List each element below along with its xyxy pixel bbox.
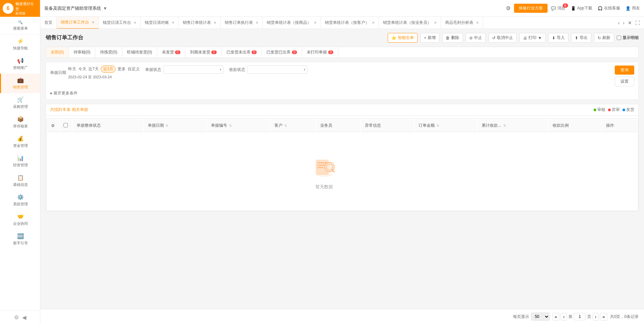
cancel-circle <box>608 109 611 111</box>
tab-home[interactable]: 首页 <box>40 17 57 29</box>
tab-sale-stats-customer[interactable]: 销货单统计表（按客户） ✕ <box>321 17 379 29</box>
collapse-icon[interactable]: ◀ <box>22 314 26 321</box>
th-date[interactable]: 单据日期 ⇅ <box>144 119 207 132</box>
tab-sale-stats-staff-close[interactable]: ✕ <box>434 21 437 25</box>
refresh-button[interactable]: ↻ 刷新 <box>594 33 614 43</box>
subtab-shipped-out[interactable]: 已发货已出库 0 <box>262 47 302 57</box>
tab-sale-stats-product-close[interactable]: ✕ <box>314 21 316 25</box>
solution-button[interactable]: 体验行业方案 <box>514 4 548 13</box>
next-page-btn[interactable]: › <box>593 313 599 321</box>
import-button[interactable]: ⬇ 导入 <box>548 33 568 43</box>
sidebar-item-system[interactable]: ⚙️ 系统管理 <box>0 191 40 210</box>
select-all-checkbox[interactable] <box>63 123 68 127</box>
sidebar-search[interactable]: 🔍 搜索菜单 <box>0 17 40 35</box>
online-service-item[interactable]: 🎧 在线客服 <box>598 5 620 11</box>
th-staff[interactable]: 业务员 <box>316 119 360 132</box>
tab-fullscreen-btn[interactable]: ⛶ <box>634 19 641 27</box>
ship-op-btn[interactable]: 发货 <box>622 107 634 113</box>
cancel-op-btn[interactable]: 弃审 <box>608 107 620 113</box>
date-1month[interactable]: 近1月 <box>101 66 116 73</box>
user-item[interactable]: 👤 用友 <box>626 5 640 11</box>
system-dropdown-icon[interactable]: ▼ <box>103 6 107 11</box>
tab-cash-reconcile-close[interactable]: ✕ <box>172 21 174 25</box>
th-amount[interactable]: 订单金额 ⇅ <box>415 119 477 132</box>
subtab-overdue-not-shipped[interactable]: 到期未发货 0 <box>185 47 222 57</box>
app-download-item[interactable]: 📱 App下载 <box>571 5 592 11</box>
th-settings[interactable]: ⚙ <box>47 119 59 132</box>
sidebar-item-quick-nav[interactable]: ⚡ 快捷导航 <box>0 35 40 54</box>
tab-prev-btn[interactable]: ‹ <box>617 19 621 27</box>
add-button[interactable]: + 新增 <box>420 33 439 43</box>
review-op-btn[interactable]: 审核 <box>594 107 605 113</box>
show-detail-label[interactable]: 显示明细 <box>617 35 639 41</box>
th-check[interactable] <box>59 119 72 132</box>
tab-daily-cash[interactable]: 钱货日清工作台 ✕ <box>99 17 141 29</box>
tab-sales-workbench[interactable]: 销售订单工作台 ✕ <box>57 17 99 29</box>
stop-button[interactable]: ⊘ 中止 <box>466 33 486 43</box>
cancel-stop-button[interactable]: ↺ 取消中止 <box>488 33 517 43</box>
tab-sale-stats-customer-close[interactable]: ✕ <box>372 21 375 25</box>
delete-button[interactable]: 🗑 删除 <box>442 33 463 43</box>
message-icon-item[interactable]: 💬 6 消息 <box>551 5 565 11</box>
topbar-gear-icon[interactable]: ⚙ <box>506 5 511 11</box>
settings-button[interactable]: 设置 <box>615 77 634 86</box>
subtab-shipped-not-out[interactable]: 已发货未出库 0 <box>222 47 262 57</box>
status-select[interactable] <box>163 66 224 74</box>
subtab-pending-pickup[interactable]: 待拣货(0) <box>95 47 122 57</box>
purchase-icon: 🛒 <box>17 96 24 103</box>
tab-next-btn[interactable]: › <box>621 19 626 27</box>
tab-cash-reconcile[interactable]: 钱货日清对账 ✕ <box>141 17 179 29</box>
subtab-all[interactable]: 全部(0) <box>46 47 69 57</box>
date-today[interactable]: 今天 <box>78 66 86 72</box>
tab-sales-stats-close[interactable]: ✕ <box>214 21 216 25</box>
sidebar-item-purchase[interactable]: 🛒 采购管理 <box>0 93 40 113</box>
date-custom[interactable]: 自定义 <box>128 66 140 72</box>
system-icon: ⚙️ <box>17 194 24 200</box>
tab-margin-analysis[interactable]: 商品毛利分析表 ✕ <box>441 17 483 29</box>
subtab-pending-review[interactable]: 待审核(0) <box>69 47 96 57</box>
query-button[interactable]: 查询 <box>615 66 634 75</box>
sidebar-item-operations[interactable]: 📊 经营管理 <box>0 152 40 171</box>
tab-sales-workbench-close[interactable]: ✕ <box>92 21 94 24</box>
first-page-btn[interactable]: « <box>552 313 559 321</box>
review-op-label: 审核 <box>597 107 605 113</box>
date-more[interactable]: 更多 <box>118 66 126 72</box>
tab-sales-exec-close[interactable]: ✕ <box>256 21 258 25</box>
export-button[interactable]: ⬆ 导出 <box>571 33 591 43</box>
tab-sales-exec[interactable]: 销售订单执行表 ✕ <box>221 17 263 29</box>
sidebar-item-guide[interactable]: 🆕 新手引导 <box>0 230 40 249</box>
th-customer[interactable]: 客户 ⇅ <box>270 119 315 132</box>
page-number-input[interactable] <box>574 313 586 320</box>
subtab-not-printed[interactable]: 未打印单据 0 <box>302 47 338 57</box>
sidebar-item-finance[interactable]: 💰 资金管理 <box>0 132 40 152</box>
print-button[interactable]: 🖨 打印 ▼ <box>519 33 546 43</box>
subtab-wangpu[interactable]: 旺铺待发货(0) <box>122 47 157 57</box>
date-7days[interactable]: 近7天 <box>88 66 99 72</box>
logo-text-container: 畅捷通好生意 标准版 <box>15 1 37 15</box>
payment-select[interactable] <box>247 66 308 74</box>
sidebar-item-basic[interactable]: 📋 基础信息 <box>0 171 40 191</box>
smart-generate-button[interactable]: ⭐ 智能生单 <box>388 33 418 43</box>
show-detail-checkbox[interactable] <box>617 36 621 40</box>
expand-conditions-btn[interactable]: ▾ 展开更多条件 <box>50 90 78 96</box>
sidebar-item-sales[interactable]: 💼 销售管理 <box>0 74 40 93</box>
sidebar-item-enterprise[interactable]: 🤝 企业协同 <box>0 210 40 230</box>
th-number[interactable]: 单据编号 ⇅ <box>207 119 270 132</box>
subtab-not-shipped[interactable]: 未发货 0 <box>157 47 185 57</box>
settings-icon[interactable]: ⚙ <box>14 314 19 321</box>
tab-sale-stats-product[interactable]: 销货单统计表（按商品） ✕ <box>263 17 321 29</box>
tab-margin-analysis-close[interactable]: ✕ <box>476 21 479 25</box>
prev-page-btn[interactable]: ‹ <box>561 313 567 321</box>
sidebar-item-marketing[interactable]: 📢 营销推广 <box>0 54 40 74</box>
tab-sales-stats[interactable]: 销售订单统计表 ✕ <box>179 17 221 29</box>
last-page-btn[interactable]: » <box>600 313 607 321</box>
date-yesterday[interactable]: 昨天 <box>68 66 76 72</box>
tab-close-all-btn[interactable]: ✕ <box>627 19 633 27</box>
th-collected[interactable]: 累计收款... ⇅ <box>478 119 548 132</box>
filter-date-item: 单据日期 昨天 今天 近7天 近1月 更多 自定义 2023-02-24 至 2… <box>50 66 140 80</box>
page-size-select[interactable]: 50 100 <box>531 313 550 321</box>
tab-daily-cash-close[interactable]: ✕ <box>134 21 136 25</box>
tab-sale-stats-staff[interactable]: 销货单统计表（按业务员） ✕ <box>379 17 441 29</box>
th-customer-label: 客户 <box>274 123 283 128</box>
sidebar-item-inventory[interactable]: 📦 库存核算 <box>0 113 40 132</box>
